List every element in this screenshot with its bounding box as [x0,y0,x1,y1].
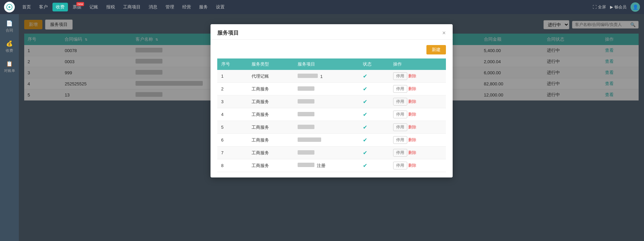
modal-cell-item [294,134,359,147]
delete-button[interactable]: 删除 [408,150,416,156]
status-check-icon: ✔ [363,150,367,156]
status-check-icon: ✔ [363,99,367,105]
modal-cell-item [294,95,359,108]
contract-icon: 📄 [6,19,13,27]
modal-cell-type: 工商服务 [248,121,294,134]
nav-industry[interactable]: 工商项目 [120,3,144,11]
service-items-table: 序号 服务类型 服务项目 状态 操作 1 代理记账 1 [217,58,446,172]
modal-cell-index: 1 [217,70,248,83]
stop-button[interactable]: 停用 [393,162,407,169]
modal-cell-action[interactable]: 停用 删除 [389,95,446,108]
sidebar-item-contract[interactable]: 📄 合同 [1,17,17,36]
modal-cell-action[interactable]: 停用 删除 [389,70,446,83]
fullscreen-icon: ⛶ [593,5,597,9]
content-area: 新增 服务项目 进行中 已完成 已停止 🔍 序号 合同编码 ⇅ [19,14,644,241]
avatar-icon: 👤 [633,4,638,10]
modal-table-container[interactable]: 序号 服务类型 服务项目 状态 操作 1 代理记账 1 [217,58,446,172]
modal-cell-item [294,83,359,95]
modal-cell-index: 3 [217,95,248,108]
modal-new-button[interactable]: 新建 [426,45,446,54]
nav-invoice[interactable]: 票据 new [69,3,85,11]
modal-table-header: 序号 服务类型 服务项目 状态 操作 [217,58,446,70]
delete-button[interactable]: 删除 [408,99,416,105]
stop-button[interactable]: 停用 [393,98,407,106]
modal-cell-status: ✔ [359,159,389,172]
nav-client[interactable]: 客户 [36,3,51,11]
sidebar-item-fee[interactable]: 💰 收费 [1,37,17,56]
modal-cell-type: 工商服务 [248,159,294,172]
modal-cell-action[interactable]: 停用 删除 [389,108,446,121]
delete-button[interactable]: 删除 [408,86,416,92]
modal-cell-index: 6 [217,134,248,147]
modal-cell-item: 注册 [294,159,359,172]
modal-cell-action[interactable]: 停用 删除 [389,83,446,95]
delete-button[interactable]: 删除 [408,137,416,143]
modal-cell-action[interactable]: 停用 删除 [389,147,446,159]
modal-cell-status: ✔ [359,83,389,95]
fullscreen-button[interactable]: ⛶ 全屏 [593,4,606,10]
modal-cell-item: 1 [294,70,359,83]
stop-button[interactable]: 停用 [393,136,407,144]
modal-cell-item [294,108,359,121]
modal-cell-status: ✔ [359,121,389,134]
modal-cell-action[interactable]: 停用 删除 [389,121,446,134]
nav-tax[interactable]: 报税 [103,3,118,11]
status-check-icon: ✔ [363,73,367,79]
modal-cell-index: 2 [217,83,248,95]
nav-settings[interactable]: 设置 [213,3,228,11]
modal-cell-type: 工商服务 [248,95,294,108]
modal-cell-action[interactable]: 停用 删除 [389,134,446,147]
main-layout: 📄 合同 💰 收费 📋 对账单 新增 服务项目 进行中 已完成 已停止 [0,14,644,241]
new-badge: new [76,2,84,6]
modal-cell-status: ✔ [359,108,389,121]
nav-fee[interactable]: 收费 [52,3,68,11]
stop-button[interactable]: 停用 [393,149,407,157]
top-navigation: 首页 客户 收费 票据 new 记账 报税 工商项目 消息 管理 经营 服务 设… [0,0,644,14]
service-modal: 服务项目 × 新建 序号 服务类型 服务项目 [211,24,453,177]
nav-service[interactable]: 服务 [196,3,211,11]
modal-overlay: 服务项目 × 新建 序号 服务类型 服务项目 [19,14,644,241]
modal-cell-action[interactable]: 停用 删除 [389,159,446,172]
modal-cell-index: 7 [217,147,248,159]
modal-table-row: 3 工商服务 ✔ 停用 删除 [217,95,446,108]
avatar[interactable]: 👤 [631,2,640,12]
app-logo [4,2,15,12]
statement-icon: 📋 [6,60,13,67]
modal-cell-type: 工商服务 [248,147,294,159]
stop-button[interactable]: 停用 [393,111,407,118]
nav-message[interactable]: 消息 [145,3,161,11]
modal-cell-status: ✔ [359,70,389,83]
modal-cell-item [294,147,359,159]
stop-button[interactable]: 停用 [393,72,407,80]
modal-cell-status: ✔ [359,147,389,159]
modal-close-button[interactable]: × [442,30,446,37]
delete-button[interactable]: 删除 [408,112,416,117]
modal-col-type: 服务类型 [248,58,294,70]
modal-table-row: 7 工商服务 ✔ 停用 删除 [217,147,446,159]
modal-body: 新建 序号 服务类型 服务项目 状态 操作 [211,40,453,177]
status-check-icon: ✔ [363,112,367,117]
stop-button[interactable]: 停用 [393,123,407,131]
modal-cell-index: 4 [217,108,248,121]
sidebar: 📄 合同 💰 收费 📋 对账单 [0,14,19,241]
modal-title: 服务项目 [217,30,239,37]
nav-bookkeeping[interactable]: 记账 [86,3,102,11]
nav-operate[interactable]: 经营 [179,3,194,11]
play-icon: ▶ [610,5,613,9]
modal-toolbar: 新建 [217,45,446,54]
stop-button[interactable]: 停用 [393,85,407,93]
status-check-icon: ✔ [363,137,367,143]
status-check-icon: ✔ [363,86,367,92]
delete-button[interactable]: 删除 [408,124,416,130]
nav-manage[interactable]: 管理 [162,3,178,11]
modal-table-row: 2 工商服务 ✔ 停用 删除 [217,83,446,95]
delete-button[interactable]: 删除 [408,73,416,79]
modal-cell-type: 工商服务 [248,134,294,147]
nav-home[interactable]: 首页 [19,3,34,11]
member-button[interactable]: ▶ 畅会员 [610,4,627,10]
modal-table-row: 4 工商服务 ✔ 停用 删除 [217,108,446,121]
modal-table-row: 1 代理记账 1 ✔ 停用 删除 [217,70,446,83]
modal-table-row: 6 工商服务 ✔ 停用 删除 [217,134,446,147]
sidebar-item-statement[interactable]: 📋 对账单 [1,57,17,76]
delete-button[interactable]: 删除 [408,163,416,168]
